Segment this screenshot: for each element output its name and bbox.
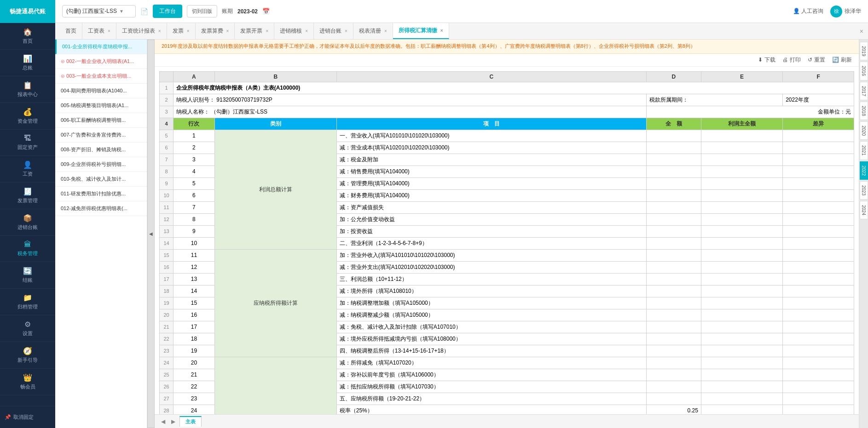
tab-close-icon[interactable]: ×	[440, 28, 443, 33]
col-f-header: F	[783, 71, 854, 82]
sidebar-item-label: 设置	[23, 330, 33, 337]
row-17-diff	[783, 273, 854, 285]
year-2018[interactable]: 2018	[860, 102, 868, 120]
row-13-profit	[701, 225, 782, 237]
year-2024[interactable]: 2024	[860, 201, 868, 219]
year-2019[interactable]: 2019	[860, 42, 868, 60]
left-panel-item-001[interactable]: 001-企业所得税年度纳税申报...	[55, 40, 147, 54]
sidebar-item-settings[interactable]: ⚙ 设置	[0, 315, 55, 342]
left-panel-item-006[interactable]: 006-职工薪酬纳税调整明细...	[55, 113, 147, 128]
sheet-nav-right[interactable]: ▶	[169, 418, 177, 425]
sidebar-item-payroll[interactable]: 👤 工资	[0, 156, 55, 183]
company-selector[interactable]: (勾删) 江西服宝-LSS ▼	[62, 5, 136, 17]
doc-icon[interactable]: 📄	[140, 8, 148, 15]
year-2016[interactable]: 2016	[860, 62, 868, 80]
left-panel-item-010[interactable]: 010-免税、减计收入及加计...	[55, 172, 147, 187]
left-panel-item-012[interactable]: 012-减免所得税优惠明细表(...	[55, 201, 147, 216]
tab-income-tax[interactable]: 所得税汇算清缴 ×	[393, 23, 449, 39]
pin-toggle[interactable]: 📌 取消固定	[5, 411, 51, 423]
year-2023[interactable]: 2023	[860, 181, 868, 200]
year-2020[interactable]: 2020	[860, 121, 868, 140]
row-5-item: 一、营业收入(填写A101010\101020\103000)	[336, 130, 646, 142]
row-12-num: 12	[160, 213, 174, 225]
tab-payroll-stats[interactable]: 工资统计报表 ×	[116, 23, 167, 39]
tab-close-icon[interactable]: ×	[226, 29, 229, 34]
sidebar-item-close[interactable]: 🔄 结账	[0, 262, 55, 289]
left-panel-item-label: 008-资产折旧、摊销及纳税...	[61, 147, 126, 152]
left-panel-item-003[interactable]: ⊙ 003-一般企业成本支出明细...	[55, 69, 147, 84]
row-25-amount	[646, 369, 701, 381]
row-23-num-val: 19	[174, 345, 215, 357]
switch-version-button[interactable]: 切到旧版	[187, 5, 217, 17]
sheet-nav-left[interactable]: ◀	[159, 418, 167, 425]
year-2021[interactable]: 2021	[860, 141, 868, 160]
refresh-button[interactable]: 🔄 刷新	[832, 56, 852, 64]
panel-collapse-button[interactable]: ◀	[147, 40, 155, 428]
row-2-num: 2	[160, 94, 174, 106]
left-panel-item-011[interactable]: 011-研发费用加计扣除优惠...	[55, 187, 147, 201]
row-26-profit	[701, 381, 782, 393]
sidebar-item-invoice[interactable]: 🧾 发票管理	[0, 183, 55, 209]
tab-close-icon[interactable]: ×	[305, 29, 308, 34]
tab-invoice-calc[interactable]: 发票算费 ×	[196, 23, 235, 39]
guide-icon: 🧭	[23, 347, 32, 355]
row-22-diff	[783, 333, 854, 345]
service-icon: 👤	[793, 8, 800, 14]
row-26-amount	[646, 381, 701, 393]
left-panel-item-007[interactable]: 007-广告费和业务宣传费跨...	[55, 128, 147, 143]
sidebar-item-tax[interactable]: 🏛 税务管理	[0, 236, 55, 262]
left-panel-item-004[interactable]: 004-期间费用明细表(A1040...	[55, 84, 147, 98]
print-button[interactable]: 🖨 打印	[782, 56, 801, 64]
sidebar-item-reports[interactable]: 📋 报表中心	[0, 76, 55, 103]
tab-invoice-open[interactable]: 发票开票 ×	[235, 23, 274, 39]
tab-home[interactable]: 首页	[60, 23, 82, 39]
row-10-amount	[646, 189, 701, 201]
sidebar-item-archive[interactable]: 📁 归档管理	[0, 289, 55, 315]
row-24-profit	[701, 357, 782, 369]
sidebar-item-ledger[interactable]: 📊 总账	[0, 50, 55, 76]
tab-close-icon[interactable]: ×	[158, 29, 161, 34]
row-18-num: 18	[160, 285, 174, 297]
col-item-header: 项 目	[336, 118, 646, 130]
left-panel-item-002[interactable]: ⊙ 002-一般企业收入明细表(A1...	[55, 54, 147, 69]
tab-sales-ledger[interactable]: 进销台账 ×	[314, 23, 353, 39]
period-label: 账期	[222, 7, 233, 15]
left-panel-item-009[interactable]: 009-企业所得税补亏损明细...	[55, 157, 147, 172]
row-27-item: 五、应纳税所得额（19-20-21-22）	[336, 393, 646, 405]
sidebar-item-sales[interactable]: 📦 进销台账	[0, 209, 55, 236]
sidebar-item-guide[interactable]: 🧭 新手引导	[0, 342, 55, 369]
row-18-num-val: 14	[174, 285, 215, 297]
download-button[interactable]: ⬇ 下载	[758, 56, 775, 64]
reset-button[interactable]: ↺ 重置	[808, 56, 825, 64]
row-7-item: 减：税金及附加	[336, 154, 646, 165]
left-panel-item-008[interactable]: 008-资产折旧、摊销及纳税...	[55, 143, 147, 157]
tab-close-icon[interactable]: ×	[384, 29, 387, 34]
tab-close-icon[interactable]: ×	[187, 29, 190, 34]
sidebar-item-member[interactable]: 👑 畅会员	[0, 369, 55, 395]
toolbar: ⬇ 下载 🖨 打印 ↺ 重置 🔄 刷新	[155, 54, 859, 67]
row-8-amount	[646, 165, 701, 177]
tab-sales-check[interactable]: 进销稽核 ×	[274, 23, 314, 39]
row-27-diff	[783, 393, 854, 405]
tab-close-all-icon[interactable]: ×	[860, 28, 863, 35]
year-2017[interactable]: 2017	[860, 82, 868, 100]
left-panel-item-005[interactable]: 005-纳税调整项目明细表(A1...	[55, 98, 147, 113]
year-2022[interactable]: 2022	[860, 161, 868, 180]
row-9-num-val: 5	[174, 177, 215, 189]
row-18-item: 减：境外所得（填写A108010）	[336, 285, 646, 297]
sidebar-item-home[interactable]: 🏠 首页	[0, 23, 55, 50]
tab-invoice[interactable]: 发票 ×	[167, 23, 196, 39]
left-panel-item-label: 012-减免所得税优惠明细表(...	[61, 205, 127, 211]
sheet-tab-main[interactable]: 主表	[179, 416, 202, 427]
tab-close-icon[interactable]: ×	[266, 29, 268, 34]
tab-close-icon[interactable]: ×	[108, 29, 110, 34]
sidebar-item-assets[interactable]: 🏗 固定资产	[0, 130, 55, 156]
sidebar-item-finance[interactable]: 💰 资金管理	[0, 103, 55, 130]
print-label: 打印	[790, 56, 801, 64]
tab-payroll[interactable]: 工资表 ×	[82, 23, 116, 39]
calendar-icon[interactable]: 📅	[262, 8, 270, 15]
workbench-button[interactable]: 工作台	[153, 5, 182, 18]
tab-close-icon[interactable]: ×	[345, 29, 347, 34]
tab-tax-table[interactable]: 税表清册 ×	[353, 23, 393, 39]
human-service[interactable]: 👤 人工咨询	[793, 7, 823, 15]
